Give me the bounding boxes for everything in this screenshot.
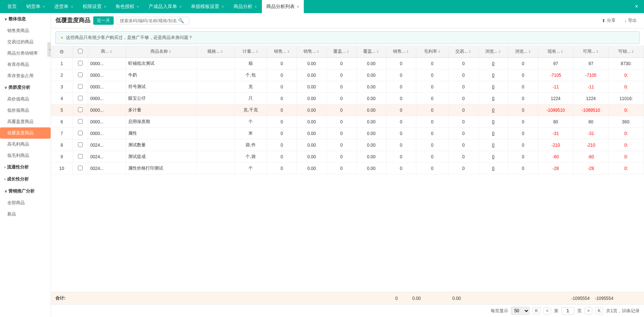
cell-browse1[interactable]: 0 xyxy=(478,139,508,151)
export-button[interactable]: ↓ 导出 xyxy=(621,16,640,25)
th-sales-days[interactable]: 销售...⇕ xyxy=(386,45,416,58)
sidebar-section-overall[interactable]: ∨ 整体信息 xyxy=(0,13,51,25)
search-input[interactable] xyxy=(120,18,178,23)
close-icon[interactable]: × xyxy=(179,4,181,9)
close-icon[interactable]: × xyxy=(104,4,106,9)
nav-product-in[interactable]: 产成品入库单 × xyxy=(144,0,186,13)
close-icon[interactable]: × xyxy=(255,4,257,9)
close-icon[interactable]: × xyxy=(71,4,73,9)
close-icon[interactable]: × xyxy=(137,4,139,9)
row-checkbox[interactable] xyxy=(78,166,83,170)
th-sellable[interactable]: 可销...⇕ xyxy=(609,45,644,58)
th-name[interactable]: 商品名称⇕ xyxy=(126,45,196,58)
cell-browse1[interactable]: 0 xyxy=(478,163,508,174)
nav-product-analysis-list[interactable]: 商品分析列表 × xyxy=(262,0,303,13)
cell-checkbox[interactable] xyxy=(73,139,88,151)
cell-browse1[interactable]: 0 xyxy=(478,116,508,128)
next-page-button[interactable]: > xyxy=(585,307,592,314)
sidebar-item-high-value[interactable]: 高价值商品 xyxy=(0,94,51,105)
nav-sales[interactable]: 销货单 × xyxy=(22,0,49,13)
th-cover-amount[interactable]: 覆盖...⇕ xyxy=(356,45,386,58)
cell-checkbox[interactable] xyxy=(73,104,88,116)
cell-checkbox[interactable] xyxy=(73,128,88,139)
th-code[interactable]: 商...⇕ xyxy=(88,45,126,58)
sidebar-item-sales-goods[interactable]: 销售类商品 xyxy=(0,25,51,36)
th-sales-count[interactable]: 销售...⇕ xyxy=(267,45,297,58)
th-settings[interactable]: ⚙ xyxy=(51,45,73,58)
last-page-button[interactable]: K xyxy=(595,307,603,314)
th-trans[interactable]: 交易...⇕ xyxy=(448,45,478,58)
gear-icon[interactable]: ⚙ xyxy=(59,49,64,55)
th-avail[interactable]: 可用...⇕ xyxy=(573,45,609,58)
sidebar-item-high-coverage[interactable]: 高覆盖度商品 xyxy=(0,116,51,127)
cell-browse1[interactable]: 0 xyxy=(478,58,508,70)
th-sales-amount[interactable]: 销售...⇕ xyxy=(297,45,326,58)
row-checkbox[interactable] xyxy=(78,119,83,124)
sidebar-item-traded-goods[interactable]: 交易过的商品 xyxy=(0,36,51,48)
th-browse2[interactable]: 浏览...⇕ xyxy=(508,45,538,58)
cell-checkbox[interactable] xyxy=(73,163,88,174)
sidebar-item-stock-capital[interactable]: 库存资金占用 xyxy=(0,70,51,82)
nav-permission[interactable]: 权限设置 × xyxy=(78,0,110,13)
sidebar-section-growth[interactable]: › 成长性分析 xyxy=(0,173,51,185)
sidebar-section-cluster[interactable]: ∨ 类群度分析 xyxy=(0,82,51,94)
sidebar-collapse-button[interactable]: « xyxy=(47,42,51,57)
sidebar-item-stock-goods[interactable]: 有库存商品 xyxy=(0,59,51,70)
close-icon[interactable]: × xyxy=(43,4,45,9)
nav-product-analysis[interactable]: 商品分析 × xyxy=(229,0,261,13)
nav-template[interactable]: 单据模板设置 × xyxy=(186,0,228,13)
cell-checkbox[interactable] xyxy=(73,151,88,163)
nav-home[interactable]: 首页 xyxy=(3,0,21,13)
period-button[interactable]: 近一月 xyxy=(93,16,114,25)
page-number-input[interactable] xyxy=(561,307,574,314)
cell-checkbox[interactable] xyxy=(73,116,88,128)
row-checkbox[interactable] xyxy=(78,96,83,100)
cell-browse1[interactable]: 0 xyxy=(478,128,508,139)
first-page-button[interactable]: K xyxy=(533,307,541,314)
close-icon[interactable]: × xyxy=(221,4,224,9)
th-cover-count[interactable]: 覆盖...⇕ xyxy=(326,45,356,58)
sidebar-item-high-margin[interactable]: 高毛利商品 xyxy=(0,139,51,150)
select-all-checkbox[interactable] xyxy=(78,49,83,54)
prev-page-button[interactable]: < xyxy=(543,307,551,314)
row-checkbox[interactable] xyxy=(78,72,83,77)
row-checkbox[interactable] xyxy=(78,61,83,66)
row-checkbox[interactable] xyxy=(78,154,83,159)
sidebar-item-low-value[interactable]: 低价值商品 xyxy=(0,105,51,116)
cell-browse1[interactable]: 0 xyxy=(478,151,508,163)
sidebar-section-marketing[interactable]: ∨ 营销推广分析 xyxy=(0,185,51,197)
th-spec[interactable]: 规格...⇕ xyxy=(196,45,234,58)
sidebar-item-category-rate[interactable]: 商品分类动销率 xyxy=(0,48,51,59)
share-button[interactable]: ⬆ 分享 xyxy=(599,16,619,25)
cell-browse1[interactable]: 0 xyxy=(478,104,508,116)
row-checkbox[interactable] xyxy=(78,84,83,89)
search-icon[interactable]: 🔍 xyxy=(178,18,184,23)
cell-checkbox[interactable] xyxy=(73,81,88,93)
nav-purchase[interactable]: 进货单 × xyxy=(50,0,77,13)
nav-role[interactable]: 角色授权 × xyxy=(111,0,143,13)
th-browse1[interactable]: 浏览...⇕ xyxy=(478,45,508,58)
cell-checkbox[interactable] xyxy=(73,93,88,104)
cell-browse1[interactable]: 0 xyxy=(478,81,508,93)
cell-checkbox[interactable] xyxy=(73,58,88,70)
table-row: 2 0000... 牛奶 个,包 0 0.00 0 0.00 0 0 0 0 0… xyxy=(51,70,644,81)
cell-checkbox[interactable] xyxy=(73,70,88,81)
sidebar-item-all-goods[interactable]: 全部商品 xyxy=(0,197,51,209)
sidebar-item-low-margin[interactable]: 低毛利商品 xyxy=(0,150,51,161)
cell-browse1[interactable]: 0 xyxy=(478,93,508,104)
row-checkbox[interactable] xyxy=(78,107,83,112)
cell-browse1[interactable]: 0 xyxy=(478,70,508,81)
table-container[interactable]: ⚙ 商...⇕ 商品名称⇕ 规格...⇕ 计量...⇕ 销售...⇕ 销售...… xyxy=(51,45,644,292)
th-current[interactable]: 现有...⇕ xyxy=(538,45,573,58)
th-unit[interactable]: 计量...⇕ xyxy=(234,45,267,58)
sidebar-item-low-coverage[interactable]: 低覆盖度商品 xyxy=(0,127,51,139)
row-checkbox[interactable] xyxy=(78,142,83,147)
per-page-select[interactable]: 50 10 20 100 xyxy=(511,307,530,315)
th-checkbox[interactable] xyxy=(73,45,88,58)
sidebar-section-circulation[interactable]: › 流通性分析 xyxy=(0,161,51,173)
close-icon[interactable]: × xyxy=(297,4,299,9)
close-all-button[interactable]: × xyxy=(632,3,641,10)
th-gross-rate[interactable]: 毛利率⇕ xyxy=(416,45,448,58)
row-checkbox[interactable] xyxy=(78,131,83,135)
sidebar-item-new-goods[interactable]: 新品 xyxy=(0,209,51,220)
